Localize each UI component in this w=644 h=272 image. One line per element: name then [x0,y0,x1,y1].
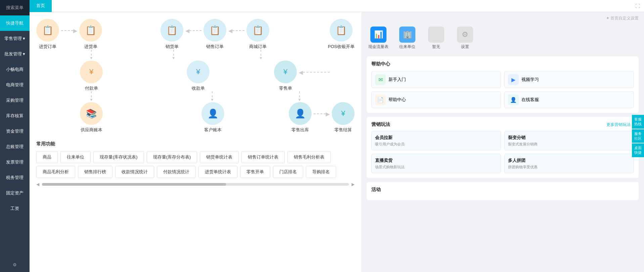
help-item-帮助中心[interactable]: 📄 帮助中心 [371,91,501,108]
flow-node-lingshou: ¥ 零售单 [274,60,297,91]
homepage-customize[interactable]: ✦ 首页自定义设置 [367,15,639,21]
func-btn-导购排名[interactable]: 导购排名 [306,166,336,178]
flow-label-jinhuo: 进货单 [84,44,97,50]
quick-icon-设置[interactable]: ⚙ 设置 [453,27,477,50]
sidebar: 搜索菜单 快捷导航零售管理 ▾批发管理 ▾小畅电商电商管理采购管理库存核算资金管… [0,0,30,272]
flow-node-xiaohuo: 📋 销货单 [160,19,183,50]
marketing-item-会员拉新[interactable]: 会员拉新 吸引用户成为会员 [371,131,501,150]
sidebar-settings-icon[interactable]: ⚙ [0,258,30,272]
sidebar-item-总账管理[interactable]: 总账管理 [0,139,30,154]
func-btn-销售排行榜[interactable]: 销售排行榜 [78,166,112,178]
flow-icon-lingshou[interactable]: ¥ [274,60,297,83]
fullscreen-button[interactable]: ⛶ [635,3,640,9]
quick-icon-往来单位[interactable]: 🏢 往来单位 [396,27,419,50]
flow-icon-mall-order[interactable]: 📋 [246,19,269,42]
flow-icon-customer-account[interactable]: 👤 [201,102,224,125]
sidebar-item-资金管理[interactable]: 资金管理 [0,124,30,139]
marketing-title-多人拼团: 多人拼团 [508,157,630,164]
marketing-item-多人拼团[interactable]: 多人拼团 拼团购物享受优惠 [504,154,634,173]
func-grid: 商品往来单位现存量(库存状况表)现存量(库存分布表)销货单统计表销售订单统计表销… [36,151,355,178]
marketing-title-裂变分销: 裂变分销 [508,135,630,141]
func-btn-销货单统计表[interactable]: 销货单统计表 [200,151,239,163]
help-icon-视频学习: ▶ [508,74,519,85]
flow-icon-shoukuan[interactable]: ¥ [187,60,210,83]
help-item-视频学习[interactable]: ▶ 视频学习 [504,71,634,88]
func-btn-现存量(库存状况表)[interactable]: 现存量(库存状况表) [93,151,144,163]
marketing-desc-裂变分销: 裂变式发展分销商 [508,142,630,147]
sidebar-item-零售管理[interactable]: 零售管理 ▾ [0,31,30,46]
sidebar-item-工资[interactable]: 工资 [0,201,30,216]
content-area: 📋 进货订单 ▶ 📋 进货单 [30,12,644,272]
scroll-right[interactable]: ▶ [352,182,355,187]
flow-node-supplier-account: 📚 供应商账本 [80,102,103,133]
flow-icon-pos[interactable]: 📋 [330,19,353,42]
scroll-thumb [42,183,226,186]
sidebar-item-采购管理[interactable]: 采购管理 [0,93,30,108]
arrow-1-2: ▶ [59,28,79,34]
scroll-track[interactable] [42,183,349,186]
flow-icon-xiaohuo[interactable]: 📋 [160,19,183,42]
flow-icon-jinhuo-order[interactable]: 📋 [36,19,59,42]
flow-icon-fukuan[interactable]: ¥ [80,60,103,83]
func-btn-收款情况统计[interactable]: 收款情况统计 [115,166,154,178]
flow-icon-jinhuo[interactable]: 📋 [79,19,102,42]
flow-icon-lingshou-out[interactable]: 👤 [289,102,312,125]
func-btn-门店排名[interactable]: 门店排名 [273,166,303,178]
flow-label-shoukuan: 收款单 [192,85,205,91]
sidebar-item-快捷导航[interactable]: 快捷导航 [0,15,30,31]
flow-row-2: ¥ 付款单 ¥ 收款单 ¥ 零售单 [36,60,355,91]
func-btn-往来单位[interactable]: 往来单位 [60,151,91,163]
func-btn-商品毛利分析[interactable]: 商品毛利分析 [36,166,75,178]
activity-title: 活动 [371,187,634,193]
help-grid: ✉ 新手入门 ▶ 视频学习 📄 帮助中心 👤 在线客服 [371,71,634,108]
quick-icon-现金流量表[interactable]: 📊 现金流量表 [367,27,390,50]
help-item-在线客服[interactable]: 👤 在线客服 [504,91,634,108]
sidebar-item-固定资产[interactable]: 固定资产 [0,185,30,201]
tab-首页[interactable]: 首页 [30,0,52,12]
func-btn-零售开单[interactable]: 零售开单 [240,166,270,178]
flow-node-xiaoshou-order: 📋 销售订单 [203,19,226,50]
flow-node-fukuan: ¥ 付款单 [80,60,103,91]
float-btn-服务社区[interactable]: 服务社区 [632,129,644,143]
sidebar-item-库存核算[interactable]: 库存核算 [0,108,30,124]
marketing-item-直播卖货[interactable]: 直播卖货 场景式购物新玩法 [371,154,501,173]
marketing-card: 营销玩法 更多营销玩法 > 会员拉新 吸引用户成为会员 裂变分销 裂变式发展分销… [367,117,639,178]
flow-node-jinhuo-order: 📋 进货订单 [36,19,59,50]
quick-icon-label-往来单位: 往来单位 [399,44,415,50]
flow-icon-lingshou-settle[interactable]: ¥ [332,102,355,125]
quick-icon-box-现金流量表: 📊 [370,27,386,43]
sidebar-item-发票管理[interactable]: 发票管理 [0,154,30,170]
tab-bar: 首页 ⛶ [30,0,644,12]
float-btn-客服热线[interactable]: 客服热线 [632,115,644,129]
flow-label-xiaoshou-order: 销售订单 [206,44,224,50]
flow-node-pos: 📋 POS收银开单 [328,19,355,50]
func-btn-现存量(库存分布表)[interactable]: 现存量(库存分布表) [147,151,197,163]
func-btn-销售订单统计表[interactable]: 销售订单统计表 [241,151,285,163]
marketing-item-裂变分销[interactable]: 裂变分销 裂变式发展分销商 [504,131,634,150]
quick-icon-label-现金流量表: 现金流量表 [368,44,388,50]
flow-node-lingshou-settle: ¥ 零售结算 [332,102,355,133]
arrow-pos-lingshou: ◀ [297,69,332,76]
flow-node-mall-order: 📋 商城订单 [246,19,269,50]
sidebar-item-电商管理[interactable]: 电商管理 [0,77,30,93]
marketing-more-link[interactable]: 更多营销玩法 > [606,122,634,128]
flow-icon-xiaoshou-order[interactable]: 📋 [203,19,226,42]
func-btn-商品[interactable]: 商品 [36,151,58,163]
sidebar-item-小畅电商[interactable]: 小畅电商 [0,62,30,77]
float-btn-桌面快捷[interactable]: 桌面快捷 [632,143,644,157]
marketing-desc-会员拉新: 吸引用户成为会员 [375,142,497,147]
sidebar-item-批发管理[interactable]: 批发管理 ▾ [0,46,30,62]
func-btn-进货单统计表[interactable]: 进货单统计表 [198,166,237,178]
func-btn-付款情况统计[interactable]: 付款情况统计 [157,166,196,178]
scroll-left[interactable]: ◀ [36,182,39,187]
v-connectors-2: ▼ ▼ ▼ [36,91,355,102]
marketing-header: 营销玩法 更多营销玩法 > [371,122,634,128]
sidebar-search[interactable]: 搜索菜单 [0,0,30,15]
quick-icon-暂无[interactable]: 暂无 [424,27,448,50]
marketing-title: 营销玩法 [371,122,390,128]
flow-icon-supplier-account[interactable]: 📚 [80,102,103,125]
sidebar-item-税务管理[interactable]: 税务管理 [0,170,30,185]
quick-icon-box-往来单位: 🏢 [399,27,415,43]
help-item-新手入门[interactable]: ✉ 新手入门 [371,71,501,88]
func-btn-销售毛利分析表[interactable]: 销售毛利分析表 [287,151,331,163]
